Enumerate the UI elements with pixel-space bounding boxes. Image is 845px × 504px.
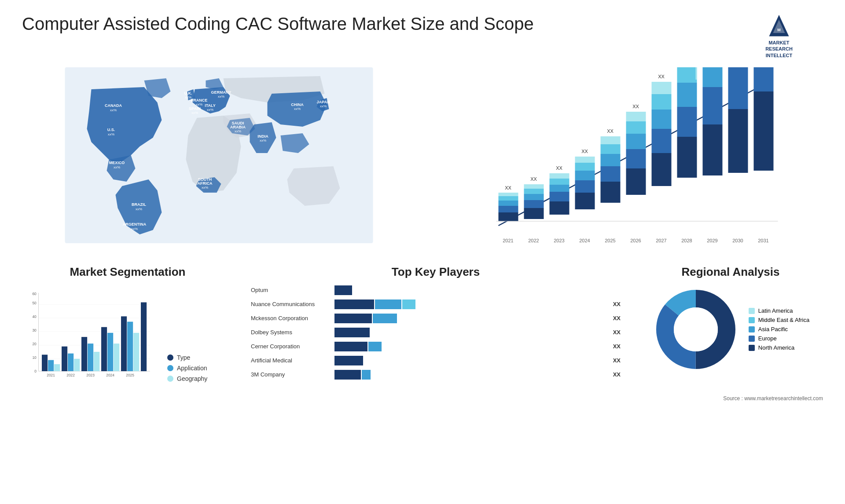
svg-rect-74 — [677, 83, 697, 107]
svg-rect-59 — [626, 149, 646, 168]
geography-dot — [167, 376, 173, 382]
svg-rect-51 — [601, 182, 621, 203]
asia-pacific-color — [749, 326, 755, 332]
svg-text:xx%: xx% — [110, 108, 117, 112]
svg-rect-23 — [499, 212, 518, 221]
artificial-value: XX — [613, 357, 621, 364]
application-dot — [167, 365, 173, 371]
world-map-svg: CANADA xx% U.S. xx% MEXICO xx% BRAZIL xx… — [22, 67, 416, 243]
svg-rect-80 — [703, 87, 723, 124]
svg-text:60: 60 — [32, 291, 37, 296]
svg-rect-107 — [42, 354, 48, 371]
svg-rect-67 — [652, 110, 672, 129]
legend-middle-east: Middle East & Africa — [749, 317, 809, 323]
svg-rect-48 — [575, 157, 595, 163]
svg-rect-39 — [550, 185, 569, 192]
3m-bar-2 — [362, 370, 371, 380]
svg-rect-60 — [626, 134, 646, 149]
bottom-sections: Market Segmentation 0 10 20 30 40 50 60 — [22, 265, 823, 391]
svg-text:40: 40 — [32, 314, 37, 319]
svg-text:2022: 2022 — [66, 373, 75, 377]
svg-rect-109 — [54, 364, 60, 371]
mckesson-value: XX — [613, 315, 621, 321]
svg-rect-58 — [626, 168, 646, 195]
svg-rect-31 — [524, 200, 544, 208]
svg-text:10: 10 — [32, 355, 37, 360]
svg-rect-47 — [575, 163, 595, 171]
svg-text:30: 30 — [32, 328, 37, 332]
svg-rect-119 — [101, 327, 107, 371]
svg-text:2029: 2029 — [707, 238, 717, 243]
logo-text-3: INTELLECT — [766, 53, 793, 58]
player-cerner: Cerner Corporation XX — [251, 342, 621, 351]
player-optum: Optum — [251, 285, 621, 295]
legend-europe: Europe — [749, 335, 809, 342]
svg-text:2028: 2028 — [681, 238, 692, 243]
application-label: Application — [177, 365, 207, 372]
us-label: U.S. — [107, 128, 115, 132]
svg-rect-52 — [601, 166, 621, 182]
world-map-section: CANADA xx% U.S. xx% MEXICO xx% BRAZIL xx… — [22, 67, 416, 256]
china-label: CHINA — [291, 102, 304, 107]
svg-rect-124 — [127, 321, 133, 371]
svg-rect-123 — [121, 316, 127, 371]
europe-label: Europe — [758, 335, 777, 342]
player-name-cerner: Cerner Corporation — [251, 343, 330, 350]
page-title: Computer Assisted Coding CAC Software Ma… — [22, 13, 534, 34]
svg-text:xx%: xx% — [320, 104, 327, 108]
player-name-artificial: Artificial Medical — [251, 357, 330, 364]
mckesson-bar-2 — [373, 314, 397, 323]
svg-rect-40 — [550, 179, 569, 185]
svg-text:XX: XX — [658, 74, 665, 79]
svg-rect-62 — [626, 112, 646, 121]
svg-text:xx%: xx% — [260, 139, 266, 142]
nuance-bar-1 — [334, 299, 374, 309]
svg-rect-115 — [81, 337, 87, 371]
nuance-value: XX — [613, 301, 621, 307]
svg-rect-75 — [677, 67, 697, 83]
svg-rect-44 — [575, 193, 595, 209]
logo-icon: M — [766, 13, 792, 40]
svg-rect-34 — [524, 184, 544, 189]
donut-chart-svg — [652, 285, 740, 373]
svg-rect-108 — [48, 360, 54, 371]
svg-text:M: M — [777, 28, 781, 32]
legend-asia-pacific: Asia Pacific — [749, 326, 809, 332]
player-3m: 3M Company XX — [251, 370, 621, 380]
mexico-label: MEXICO — [109, 161, 125, 165]
player-name-nuance: Nuance Communications — [251, 301, 330, 307]
north-america-color — [749, 345, 755, 351]
uk-label: U.K. — [184, 91, 192, 95]
source-text: Source : www.marketresearchintellect.com — [22, 395, 823, 402]
svg-rect-73 — [677, 107, 697, 137]
legend-latin-america: Latin America — [749, 307, 809, 314]
svg-rect-85 — [728, 67, 748, 109]
bar-2023: XX 2023 — [550, 165, 569, 243]
svg-text:2030: 2030 — [732, 238, 743, 243]
svg-rect-111 — [62, 347, 67, 371]
svg-text:2025: 2025 — [126, 373, 134, 377]
logo-text-2: RESEARCH — [765, 46, 793, 51]
svg-text:xx%: xx% — [202, 186, 208, 190]
regional-title: Regional Analysis — [682, 265, 780, 279]
dolbey-bar-1 — [334, 328, 370, 337]
svg-text:50: 50 — [32, 301, 37, 305]
type-dot — [167, 354, 173, 361]
svg-rect-79 — [703, 124, 723, 175]
bar-2025: XX 2025 — [601, 128, 621, 243]
cerner-bar-1 — [334, 342, 367, 351]
legend-application: Application — [167, 365, 207, 372]
europe-color — [749, 336, 755, 342]
main-bar-chart-svg: XX 2021 XX 2022 — [429, 67, 823, 252]
bar-2029: XX 2029 — [703, 67, 723, 243]
svg-rect-76 — [696, 67, 697, 80]
svg-rect-127 — [141, 302, 147, 371]
brazil-label: BRAZIL — [132, 202, 146, 207]
bar-2026: XX 2026 — [626, 104, 646, 243]
latin-america-label: Latin America — [758, 307, 793, 314]
argentina-label: ARGENTINA — [123, 222, 147, 226]
svg-rect-113 — [74, 359, 80, 371]
segmentation-title: Market Segmentation — [22, 265, 233, 279]
player-name-3m: 3M Company — [251, 371, 330, 378]
svg-rect-61 — [626, 121, 646, 134]
